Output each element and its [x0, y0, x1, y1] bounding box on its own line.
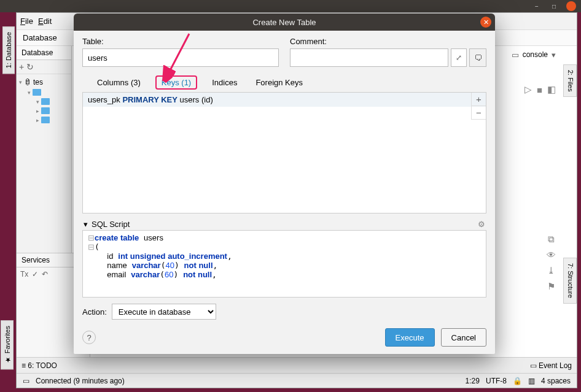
- status-connected: Connected (9 minutes ago): [36, 377, 125, 385]
- window-close-icon[interactable]: [566, 1, 576, 11]
- toolbar-pin-icon[interactable]: ⚑: [547, 281, 555, 292]
- menu-edit[interactable]: Edit: [38, 17, 52, 26]
- console-dropdown-icon[interactable]: ▾: [552, 50, 556, 60]
- database-panel-title: Database: [17, 46, 71, 60]
- bottom-tab-todo[interactable]: ≡ 6: TODO: [21, 361, 57, 370]
- db-refresh-icon[interactable]: ↻: [26, 62, 34, 72]
- status-encoding[interactable]: UTF-8: [486, 377, 507, 385]
- remove-key-icon[interactable]: −: [471, 106, 486, 120]
- status-caret-pos: 1:29: [466, 377, 480, 385]
- statusbar: ▭ Connected (9 minutes ago) 1:29 UTF-8 🔒…: [17, 373, 577, 388]
- table-name-input[interactable]: [82, 48, 279, 67]
- right-tab-structure[interactable]: 7: Structure: [563, 258, 577, 304]
- status-lock-icon[interactable]: 🔒: [513, 377, 522, 385]
- key-ref: users (id): [180, 95, 213, 104]
- add-key-icon[interactable]: +: [471, 93, 486, 106]
- action-label: Action:: [82, 307, 107, 317]
- os-titlebar: − □: [0, 0, 581, 12]
- status-connection-icon: ▭: [23, 377, 29, 385]
- modal-tabs: Columns (3) Keys (1) Indices Foreign Key…: [82, 72, 486, 92]
- toolbar-stop-icon[interactable]: ■: [537, 85, 542, 95]
- comment-input[interactable]: [290, 48, 448, 67]
- key-name: users_pk: [88, 95, 120, 104]
- services-rollback-icon[interactable]: ↶: [42, 270, 48, 279]
- sql-collapse-icon[interactable]: ▾: [84, 220, 88, 229]
- key-type: PRIMARY KEY: [122, 95, 177, 104]
- toolbar-view-icon[interactable]: ◧: [547, 84, 556, 95]
- cancel-button[interactable]: Cancel: [441, 328, 486, 347]
- tab-columns[interactable]: Columns (3): [93, 75, 144, 90]
- keys-list[interactable]: users_pk PRIMARY KEY users (id) + −: [82, 92, 486, 213]
- sql-script-editor[interactable]: ⊟create table users ⊟( id int unsigned a…: [82, 230, 486, 298]
- database-panel-toolbar: + ↻: [17, 60, 71, 74]
- database-tree[interactable]: ▾🛢tes ▾ ▾ ▸ ▸: [17, 74, 71, 127]
- tab-foreign-keys[interactable]: Foreign Keys: [252, 75, 306, 90]
- help-icon[interactable]: ?: [82, 331, 96, 344]
- toolbar-eye-icon[interactable]: 👁: [547, 250, 556, 260]
- left-tab-favorites[interactable]: ★Favorites: [1, 320, 14, 369]
- bottom-tab-event-log[interactable]: ▭ Event Log: [530, 361, 572, 370]
- services-tx-label: Tx: [20, 270, 28, 279]
- status-indent[interactable]: 4 spaces: [541, 377, 571, 385]
- status-mem-icon[interactable]: ▥: [528, 377, 535, 385]
- toolbar-copy-icon[interactable]: ⧉: [548, 234, 555, 245]
- table-label: Table:: [82, 37, 279, 46]
- sql-script-label: SQL Script: [92, 220, 130, 229]
- window-minimize-icon[interactable]: −: [532, 1, 542, 11]
- execute-button[interactable]: Execute: [385, 328, 435, 347]
- modal-titlebar: Create New Table ✕: [74, 13, 495, 31]
- bottom-tool-tabs: ≡ 6: TODO ▭ Event Log: [17, 357, 577, 373]
- close-icon[interactable]: ✕: [480, 17, 491, 28]
- create-table-modal: Create New Table ✕ Table: Comment: ⤢ 🗨 C…: [74, 13, 495, 354]
- comment-label: Comment:: [290, 37, 486, 46]
- comment-bubble-icon[interactable]: 🗨: [469, 48, 486, 67]
- console-icon[interactable]: ▭: [512, 50, 519, 60]
- tab-keys[interactable]: Keys (1): [155, 75, 197, 90]
- key-row[interactable]: users_pk PRIMARY KEY users (id): [83, 93, 486, 107]
- tab-indices[interactable]: Indices: [208, 75, 241, 90]
- console-label[interactable]: console: [523, 50, 548, 59]
- right-tab-files[interactable]: 2: Files: [563, 64, 577, 97]
- toolbar-download-icon[interactable]: ⤓: [547, 265, 555, 276]
- window-maximize-icon[interactable]: □: [549, 1, 559, 11]
- expand-icon[interactable]: ⤢: [451, 48, 467, 67]
- left-tab-database[interactable]: 1: Database: [2, 26, 15, 74]
- toolbar-run-icon[interactable]: ▷: [524, 84, 532, 95]
- modal-title: Create New Table: [252, 18, 316, 27]
- menu-file[interactable]: File: [20, 17, 33, 26]
- action-select[interactable]: Execute in database: [112, 304, 216, 320]
- gear-icon[interactable]: ⚙: [478, 220, 485, 229]
- services-commit-icon[interactable]: ✓: [32, 270, 38, 279]
- db-add-icon[interactable]: +: [19, 62, 24, 72]
